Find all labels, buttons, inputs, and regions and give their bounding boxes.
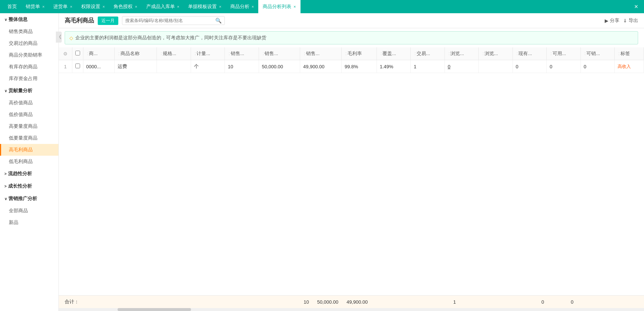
- sidebar-item-商品分类助销率[interactable]: 商品分类助销率: [0, 49, 58, 61]
- sidebar-group-流趋性分析[interactable]: >流趋性分析: [0, 167, 58, 180]
- nav-item-角色授权[interactable]: 角色授权 ×: [109, 0, 141, 13]
- cell-available: 0: [547, 60, 581, 73]
- sidebar-item-低要量度商品[interactable]: 低要量度商品: [0, 132, 58, 144]
- sidebar-group-贡献量分析[interactable]: ∨贡献量分析: [0, 84, 58, 97]
- sidebar-item-高要量度商品[interactable]: 高要量度商品: [0, 120, 58, 132]
- col-header-checkbox[interactable]: [72, 47, 83, 60]
- nav-item-商品分析列表[interactable]: 商品分析列表 ×: [258, 0, 300, 13]
- nav-close-icon[interactable]: ×: [70, 4, 72, 9]
- share-icon: ▶: [605, 18, 608, 23]
- cell-saleable: 0: [580, 60, 615, 73]
- sidebar-group-营销推广分析[interactable]: ∨营销推广分析: [0, 192, 58, 205]
- sidebar: ∨整体信息销售类商品交易过的商品商品分类助销率有库存的商品库存资金占用∨贡献量分…: [0, 13, 59, 311]
- sidebar-item-低价值商品[interactable]: 低价值商品: [0, 109, 58, 120]
- content-header: 高毛利商品 近一月 🔍 ▶ 分享 ⇓ 导出: [59, 13, 644, 28]
- info-banner: ◇ 企业的主要的利润都是这部分商品创造的，可考虑加大推广，同时关注库存是不要出现…: [65, 31, 638, 44]
- sidebar-item-高毛利商品[interactable]: 高毛利商品: [0, 144, 58, 156]
- nav-item-单据模板设置[interactable]: 单据模板设置 ×: [184, 0, 226, 13]
- cell-views2: [479, 60, 513, 73]
- row-checkbox[interactable]: [75, 64, 80, 68]
- sidebar-item-库存资金占用[interactable]: 库存资金占用: [0, 73, 58, 84]
- cell-txnQty: 1: [411, 60, 445, 73]
- col-resize-icon: :: [449, 51, 450, 56]
- cell-code[interactable]: 0000...: [83, 60, 114, 73]
- col-header-saleable[interactable]: :可销...: [580, 47, 615, 60]
- nav-close-icon[interactable]: ×: [135, 4, 137, 9]
- select-all-checkbox[interactable]: [75, 51, 80, 55]
- col-header-txnQty[interactable]: :交易...: [411, 47, 445, 60]
- nav-close-icon[interactable]: ×: [102, 4, 105, 9]
- col-resize-icon: :: [550, 51, 552, 56]
- col-header-views1[interactable]: :浏览...: [445, 47, 479, 60]
- nav-close-icon[interactable]: ×: [177, 4, 179, 9]
- col-header-salesCost[interactable]: :销售...: [300, 47, 342, 60]
- scrollbar-thumb[interactable]: [118, 308, 191, 311]
- cell-salesCost: 49,900.00: [300, 60, 342, 73]
- cell-name[interactable]: 运费: [114, 60, 156, 73]
- nav-item-首页[interactable]: 首页: [3, 0, 21, 13]
- col-header-views2[interactable]: :浏览...: [479, 47, 513, 60]
- group-arrow-icon: ∨: [4, 197, 7, 201]
- nav-item-商品分析[interactable]: 商品分析 ×: [226, 0, 258, 13]
- export-button[interactable]: ⇓ 导出: [623, 17, 638, 24]
- horizontal-scrollbar[interactable]: [59, 308, 644, 311]
- col-header-salesAmt[interactable]: :销售...: [259, 47, 300, 60]
- sidebar-item-有库存的商品[interactable]: 有库存的商品: [0, 61, 58, 73]
- footer-sales-cost: 49,900.00: [344, 299, 374, 305]
- col-header-name[interactable]: :商品名称: [114, 47, 156, 60]
- tag-badge: 高收入: [618, 64, 631, 69]
- sidebar-item-全部商品[interactable]: 全部商品: [0, 205, 58, 217]
- col-header-unit[interactable]: :计量...: [191, 47, 225, 60]
- nav-item-权限设置[interactable]: 权限设置 ×: [77, 0, 109, 13]
- group-arrow-icon: ∨: [4, 89, 7, 93]
- footer-available: 0: [550, 299, 579, 305]
- cell-views1[interactable]: 0: [445, 60, 479, 73]
- settings-icon[interactable]: ⚙: [63, 51, 68, 57]
- nav-close-icon[interactable]: ×: [294, 4, 296, 9]
- col-header-stock[interactable]: :现有...: [512, 47, 547, 60]
- sidebar-item-低毛利商品[interactable]: 低毛利商品: [0, 156, 58, 167]
- close-all-tabs[interactable]: ×: [631, 3, 641, 11]
- search-input[interactable]: [125, 18, 215, 23]
- nav-item-销货单[interactable]: 销货单 ×: [21, 0, 49, 13]
- views-link[interactable]: 0: [448, 64, 450, 69]
- col-header-code[interactable]: :商...: [83, 47, 114, 60]
- header-actions: ▶ 分享 ⇓ 导出: [605, 17, 638, 24]
- export-label: 导出: [629, 17, 638, 24]
- sidebar-group-成长性分析[interactable]: >成长性分析: [0, 180, 58, 192]
- share-button[interactable]: ▶ 分享: [605, 17, 619, 24]
- info-text: 企业的主要的利润都是这部分商品创造的，可考虑加大推广，同时关注库存是不要出现缺货: [75, 35, 266, 41]
- nav-item-进货单[interactable]: 进货单 ×: [49, 0, 76, 13]
- period-button[interactable]: 近一月: [98, 17, 118, 25]
- col-header-index[interactable]: ⚙: [59, 47, 72, 60]
- col-header-tag[interactable]: :标签: [615, 47, 644, 60]
- col-resize-icon: :: [87, 51, 89, 56]
- cell-spec: [157, 60, 191, 73]
- content-panel: 高毛利商品 近一月 🔍 ▶ 分享 ⇓ 导出 ◇ 企业的主要的利润都是这部分商品创…: [59, 13, 644, 311]
- sidebar-item-高价值商品[interactable]: 高价值商品: [0, 97, 58, 109]
- sidebar-item-新品[interactable]: 新品: [0, 217, 58, 228]
- footer-label: 合计：: [65, 299, 79, 305]
- col-resize-icon: :: [618, 51, 620, 56]
- nav-close-icon[interactable]: ×: [42, 4, 44, 9]
- nav-item-产成品入库单[interactable]: 产成品入库单 ×: [142, 0, 184, 13]
- col-resize-icon: :: [229, 51, 230, 56]
- sidebar-group-整体信息[interactable]: ∨整体信息: [0, 13, 58, 26]
- search-icon[interactable]: 🔍: [215, 18, 222, 23]
- group-arrow-icon: ∨: [4, 18, 7, 22]
- sidebar-collapse-button[interactable]: 《: [56, 32, 62, 43]
- table-footer: 合计： 10 50,000.00 49,900.00 1 0 0: [59, 295, 644, 308]
- page-title: 高毛利商品: [65, 17, 94, 25]
- cell-salesQty: 10: [225, 60, 259, 73]
- cell-unit: 个: [191, 60, 225, 73]
- sidebar-item-交易过的商品[interactable]: 交易过的商品: [0, 37, 58, 49]
- col-header-grossRate[interactable]: :毛利率: [341, 47, 377, 60]
- nav-close-icon[interactable]: ×: [219, 4, 221, 9]
- col-resize-icon: :: [584, 51, 586, 56]
- col-header-coverRate[interactable]: :覆盖...: [377, 47, 411, 60]
- col-header-available[interactable]: :可用...: [547, 47, 581, 60]
- nav-close-icon[interactable]: ×: [252, 4, 254, 9]
- col-header-spec[interactable]: :规格...: [157, 47, 191, 60]
- col-header-salesQty[interactable]: :销售...: [225, 47, 259, 60]
- sidebar-item-销售类商品[interactable]: 销售类商品: [0, 26, 58, 37]
